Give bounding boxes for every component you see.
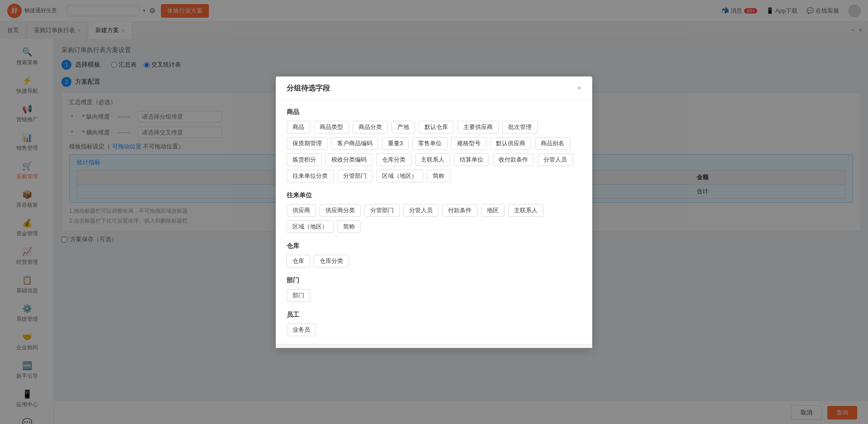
field-tag[interactable]: 分管部门 bbox=[364, 204, 400, 217]
field-group-goods: 商品 商品 商品类型 商品分类 产地 默认仓库 主要供应商 批次管理 保质期管理… bbox=[287, 108, 581, 182]
field-group-warehouse-title: 仓库 bbox=[287, 242, 581, 250]
field-tag[interactable]: 主联系人 bbox=[415, 153, 450, 166]
field-group-dept: 部门 部门 bbox=[287, 276, 581, 302]
field-group-goods-title: 商品 bbox=[287, 108, 581, 116]
field-tag[interactable]: 业务员 bbox=[287, 324, 316, 336]
modal-body: 商品 商品 商品类型 商品分类 产地 默认仓库 主要供应商 批次管理 保质期管理… bbox=[276, 101, 592, 344]
field-tag[interactable]: 规格型号 bbox=[451, 137, 486, 150]
field-tag[interactable]: 重量3 bbox=[382, 137, 409, 150]
modal: 分组待选字段 × 商品 商品 商品类型 商品分类 产地 默认仓库 主要供应商 批… bbox=[276, 76, 592, 348]
field-tag[interactable]: 税收分类编码 bbox=[326, 153, 373, 166]
field-tag[interactable]: 供应商 bbox=[287, 204, 316, 217]
field-group-dept-title: 部门 bbox=[287, 276, 581, 285]
field-tag[interactable]: 部门 bbox=[287, 289, 310, 302]
field-tag[interactable]: 简称 bbox=[337, 220, 361, 233]
field-tag[interactable]: 分管部门 bbox=[337, 170, 373, 182]
field-tag[interactable]: 区域（地区） bbox=[376, 170, 423, 182]
field-tag[interactable]: 供应商分类 bbox=[320, 204, 361, 217]
field-tag[interactable]: 收付款条件 bbox=[493, 153, 534, 166]
field-tag[interactable]: 仓库分类 bbox=[376, 153, 411, 166]
field-tag[interactable]: 产地 bbox=[392, 121, 415, 133]
field-tag[interactable]: 分管人员 bbox=[538, 153, 573, 166]
field-tag[interactable]: 主联系人 bbox=[508, 204, 543, 217]
field-tag[interactable]: 简称 bbox=[427, 170, 450, 182]
field-group-staff: 员工 业务员 bbox=[287, 311, 581, 336]
field-tag[interactable]: 主要供应商 bbox=[458, 121, 499, 133]
field-tag[interactable]: 零售单位 bbox=[412, 137, 448, 150]
field-tag[interactable]: 商品分类 bbox=[353, 121, 388, 133]
field-tag[interactable]: 默认供应商 bbox=[490, 137, 531, 150]
field-tag[interactable]: 区域（地区） bbox=[287, 220, 334, 233]
modal-overlay: 分组待选字段 × 商品 商品 商品类型 商品分类 产地 默认仓库 主要供应商 批… bbox=[0, 0, 868, 424]
modal-horizontal-scroll[interactable] bbox=[276, 344, 592, 348]
field-list-staff: 业务员 bbox=[287, 324, 581, 336]
modal-close-button[interactable]: × bbox=[577, 84, 581, 92]
field-list-dept: 部门 bbox=[287, 289, 581, 302]
field-tag[interactable]: 默认仓库 bbox=[419, 121, 454, 133]
modal-scroll-track[interactable] bbox=[276, 344, 592, 349]
field-list-goods: 商品 商品类型 商品分类 产地 默认仓库 主要供应商 批次管理 保质期管理 客户… bbox=[287, 121, 581, 182]
field-group-partner-title: 往来单位 bbox=[287, 191, 581, 200]
field-list-partner: 供应商 供应商分类 分管部门 分管人员 付款条件 地区 主联系人 区域（地区） … bbox=[287, 204, 581, 233]
field-tag[interactable]: 付款条件 bbox=[442, 204, 477, 217]
field-tag[interactable]: 商品类型 bbox=[314, 121, 349, 133]
field-tag[interactable]: 客户商品编码 bbox=[331, 137, 378, 150]
field-group-partner: 往来单位 供应商 供应商分类 分管部门 分管人员 付款条件 地区 主联系人 区域… bbox=[287, 191, 581, 233]
field-list-warehouse: 仓库 仓库分类 bbox=[287, 255, 581, 267]
modal-title: 分组待选字段 bbox=[287, 84, 330, 93]
field-tag[interactable]: 商品别名 bbox=[535, 137, 570, 150]
field-tag[interactable]: 仓库分类 bbox=[314, 255, 349, 267]
field-group-warehouse: 仓库 仓库 仓库分类 bbox=[287, 242, 581, 267]
modal-header: 分组待选字段 × bbox=[276, 76, 592, 101]
field-tag[interactable]: 保质期管理 bbox=[287, 137, 328, 150]
field-tag[interactable]: 结算单位 bbox=[454, 153, 489, 166]
field-group-staff-title: 员工 bbox=[287, 311, 581, 319]
field-tag[interactable]: 往来单位分类 bbox=[287, 170, 334, 182]
field-tag[interactable]: 批次管理 bbox=[502, 121, 538, 133]
field-tag[interactable]: 分管人员 bbox=[403, 204, 439, 217]
field-tag[interactable]: 炼货积分 bbox=[287, 153, 322, 166]
field-tag[interactable]: 地区 bbox=[481, 204, 505, 217]
field-tag[interactable]: 仓库 bbox=[287, 255, 310, 267]
field-tag[interactable]: 商品 bbox=[287, 121, 310, 133]
